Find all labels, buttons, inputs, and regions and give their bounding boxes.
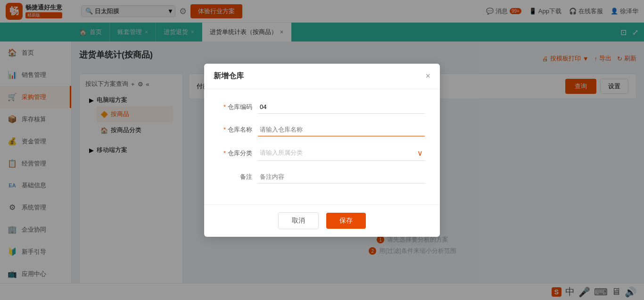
code-label: 仓库编码 bbox=[219, 103, 252, 111]
cancel-button[interactable]: 取消 bbox=[278, 212, 319, 229]
category-placeholder: 请输入所属分类 bbox=[260, 149, 303, 157]
add-warehouse-modal: 新增仓库 × 仓库编码 仓库名称 仓库分类 请输入所属分类 ∨ bbox=[204, 64, 440, 237]
form-row-category: 仓库分类 请输入所属分类 ∨ bbox=[219, 146, 425, 161]
category-label: 仓库分类 bbox=[219, 149, 252, 158]
form-row-name: 仓库名称 bbox=[219, 123, 425, 136]
modal-header: 新增仓库 × bbox=[204, 64, 440, 89]
name-input[interactable] bbox=[258, 123, 425, 136]
modal-body: 仓库编码 仓库名称 仓库分类 请输入所属分类 ∨ 备注 bbox=[204, 89, 440, 204]
form-row-code: 仓库编码 bbox=[219, 100, 425, 114]
category-chevron-icon: ∨ bbox=[417, 149, 423, 158]
notes-input[interactable] bbox=[258, 170, 425, 183]
name-label: 仓库名称 bbox=[219, 125, 252, 134]
code-input[interactable] bbox=[258, 100, 425, 114]
modal-footer: 取消 保存 bbox=[204, 204, 440, 237]
save-button[interactable]: 保存 bbox=[326, 213, 366, 229]
form-row-notes: 备注 bbox=[219, 170, 425, 183]
category-select[interactable]: 请输入所属分类 ∨ bbox=[258, 146, 425, 161]
modal-overlay[interactable]: 新增仓库 × 仓库编码 仓库名称 仓库分类 请输入所属分类 ∨ bbox=[0, 0, 644, 300]
notes-label: 备注 bbox=[219, 173, 252, 181]
modal-title: 新增仓库 bbox=[214, 71, 244, 81]
modal-close-button[interactable]: × bbox=[425, 71, 430, 81]
